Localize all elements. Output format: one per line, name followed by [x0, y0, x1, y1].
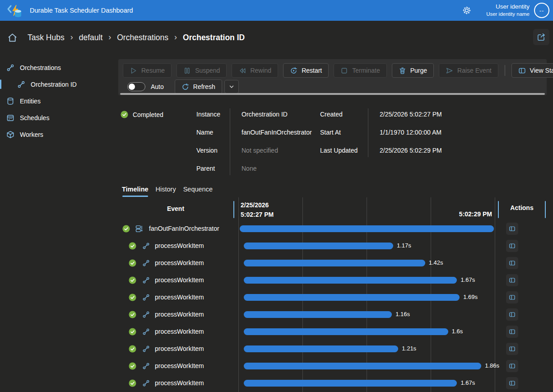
- refresh-button[interactable]: Refresh: [175, 79, 222, 94]
- link-icon: [142, 276, 150, 284]
- sidebar-item-workers[interactable]: Workers: [0, 126, 112, 143]
- axis-start-time: 5:02:27 PM: [241, 210, 274, 219]
- timeline-row: processWorkItem 1.86s: [117, 357, 548, 374]
- view-state-action-button[interactable]: [506, 257, 518, 269]
- terminate-button[interactable]: Terminate: [334, 63, 386, 78]
- view-state-action-button[interactable]: [506, 308, 518, 321]
- resume-button[interactable]: Resume: [123, 63, 172, 78]
- sidebar-item-schedules[interactable]: Schedules: [0, 109, 112, 126]
- active-indicator: [0, 79, 1, 89]
- share-button[interactable]: [533, 29, 549, 45]
- restart-button[interactable]: Restart: [283, 63, 329, 78]
- field-label: Version: [196, 147, 218, 154]
- sidebar-item-label: Orchestration ID: [31, 81, 77, 88]
- timeline-row: processWorkItem 1.69s: [117, 289, 548, 306]
- app-title: Durable Task Scheduler Dashboard: [30, 7, 133, 14]
- auto-refresh-toggle[interactable]: [127, 82, 145, 91]
- timeline-row: processWorkItem 1.16s: [117, 306, 548, 323]
- breadcrumb-separator-icon: ›: [70, 33, 73, 42]
- orchestration-icon: [135, 225, 143, 233]
- breadcrumb-separator-icon: ›: [108, 33, 111, 42]
- view-state-action-button[interactable]: [506, 274, 518, 286]
- refresh-label: Refresh: [193, 83, 215, 90]
- user-avatar[interactable]: --: [534, 3, 549, 18]
- toggle-knob: [129, 84, 135, 90]
- home-icon[interactable]: [7, 33, 18, 43]
- suspend-button[interactable]: Suspend: [177, 63, 227, 78]
- event-name: processWorkItem: [155, 254, 204, 271]
- sidebar-item-label: Entities: [20, 98, 41, 105]
- duration-label: 1.6s: [452, 323, 463, 340]
- column-resize-handle[interactable]: [233, 201, 234, 218]
- settings-gear-icon[interactable]: [459, 3, 474, 18]
- completed-check-icon: [129, 294, 136, 301]
- top-app-bar: Durable Task Scheduler Dashboard User id…: [0, 0, 553, 21]
- pause-icon: [183, 67, 191, 75]
- breadcrumb-item[interactable]: Orchestrations: [117, 33, 168, 42]
- app-logo-icon: [5, 1, 23, 19]
- field-label: Last Updated: [320, 147, 358, 154]
- field-label: Name: [196, 129, 213, 136]
- link-icon: [142, 328, 150, 336]
- refresh-icon: [181, 83, 189, 91]
- completed-check-icon: [129, 242, 136, 250]
- duration-bar: [244, 243, 393, 249]
- axis-end-label: 5:02:29 PM: [406, 210, 492, 218]
- link-icon: [142, 311, 150, 318]
- timeline-row: processWorkItem 1.42s: [117, 254, 548, 271]
- sidebar-item-entities[interactable]: Entities: [0, 93, 112, 109]
- user-info: User identity User identity name: [486, 3, 530, 17]
- sidebar-item-orchestrations[interactable]: Orchestrations: [0, 59, 112, 76]
- button-label: Restart: [302, 67, 322, 74]
- duration-bar: [244, 345, 398, 352]
- raise-event-button[interactable]: Raise Event: [439, 63, 498, 78]
- view-state-button[interactable]: View State: [511, 63, 553, 78]
- tab-history[interactable]: History: [156, 186, 176, 197]
- play-icon: [130, 67, 137, 75]
- button-label: Suspend: [195, 67, 220, 74]
- field-label: Created: [320, 111, 343, 118]
- sidebar-item-orchestration-id[interactable]: Orchestration ID: [0, 76, 112, 93]
- field-label: Start At: [320, 129, 341, 136]
- field-value: 1/1/1970 12:00:00 AM: [380, 129, 441, 136]
- sidebar-item-label: Schedules: [20, 114, 49, 121]
- rewind-button[interactable]: Rewind: [232, 63, 278, 78]
- column-resize-handle[interactable]: [498, 201, 499, 218]
- orchestration-toolbar: Resume Suspend Rewind Restart Terminate …: [118, 59, 547, 95]
- view-state-action-button[interactable]: [506, 360, 518, 372]
- duration-bar: [244, 311, 392, 318]
- tab-sequence[interactable]: Sequence: [183, 186, 213, 197]
- duration-label: 1.16s: [395, 306, 410, 323]
- button-label: Purge: [410, 67, 427, 74]
- column-resize-handle[interactable]: [545, 201, 546, 218]
- horizontal-scrollbar[interactable]: [120, 93, 545, 95]
- view-state-action-button[interactable]: [506, 240, 518, 252]
- view-state-action-button[interactable]: [506, 326, 518, 338]
- breadcrumb-item[interactable]: default: [79, 33, 103, 42]
- completed-check-icon: [122, 225, 130, 233]
- send-icon: [446, 67, 453, 75]
- user-identity-name: User identity name: [486, 11, 530, 17]
- auto-refresh-label: Auto: [151, 83, 164, 90]
- tab-timeline[interactable]: Timeline: [122, 186, 149, 197]
- field-label: Parent: [196, 165, 215, 172]
- axis-start-date: 2/25/2026: [241, 201, 274, 210]
- event-name: processWorkItem: [155, 340, 204, 357]
- sidebar-item-label: Workers: [20, 131, 43, 138]
- refresh-options-button[interactable]: [224, 80, 239, 93]
- cube-icon: [6, 131, 14, 139]
- breadcrumb-separator-icon: ›: [174, 33, 177, 42]
- button-label: Terminate: [352, 67, 380, 74]
- rewind-icon: [238, 67, 246, 75]
- link-icon: [6, 64, 14, 72]
- breadcrumb-item[interactable]: Task Hubs: [28, 33, 65, 42]
- purge-button[interactable]: Purge: [392, 63, 434, 78]
- timeline-header: Event 2/25/2026 5:02:27 PM 5:02:29 PM Ac…: [117, 197, 548, 220]
- duration-label: 1.67s: [460, 271, 475, 289]
- view-state-action-button[interactable]: [506, 223, 518, 235]
- view-state-action-button[interactable]: [506, 343, 518, 355]
- view-state-action-button[interactable]: [506, 291, 518, 303]
- field-divider: [230, 108, 230, 175]
- view-state-action-button[interactable]: [506, 377, 518, 389]
- duration-label: 1.69s: [463, 289, 478, 306]
